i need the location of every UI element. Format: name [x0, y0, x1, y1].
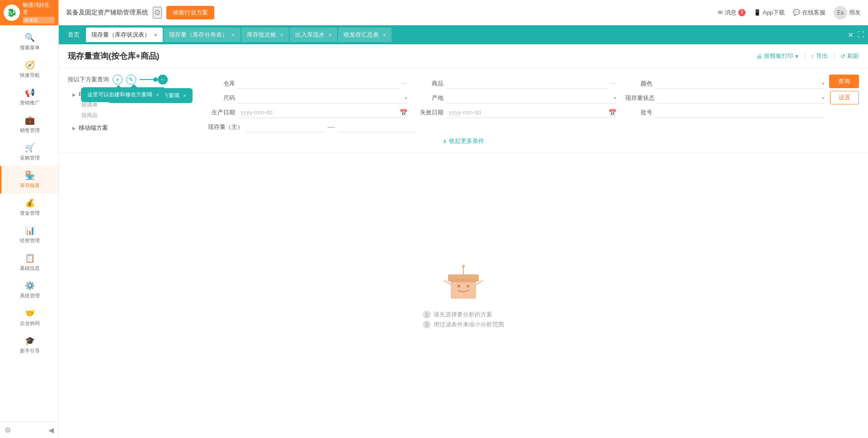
batch-no-input[interactable] [655, 107, 825, 118]
scheme-pc-child2[interactable]: 按商品 [81, 110, 203, 121]
export-btn[interactable]: ↑ 导出 [811, 52, 828, 60]
sidebar-item-label: 快速导航 [20, 72, 40, 79]
color-select[interactable] [655, 78, 825, 89]
collapse-sidebar-btn[interactable]: ◀ [48, 426, 54, 434]
filter-left-col: 按以下方案查询 + 电脑方案可设为移动方案哦 × ✎ [68, 75, 203, 133]
sidebar-item-label: 营销推广 [20, 99, 40, 106]
sidebar-item-sales[interactable]: 💼 销售管理 [0, 111, 58, 138]
print-btn[interactable]: 🖨 按模板打印 ▾ [756, 52, 798, 60]
expand-tab-btn[interactable]: ⛶ [857, 31, 864, 39]
chevron-down-icon: ▾ [822, 80, 825, 87]
settings-footer-btn[interactable]: ⚙ [5, 426, 11, 434]
exp-date-label: 失效日期 [416, 108, 443, 117]
sidebar-item-enterprise[interactable]: 🤝 企业协同 [0, 304, 58, 331]
chevron-down-icon: ▾ [405, 95, 407, 101]
topbar-app-download[interactable]: 📱 App下载 [754, 9, 785, 17]
batch-no-input-wrap [655, 107, 825, 118]
add-tooltip-close-btn[interactable]: × [183, 93, 186, 99]
back-btn[interactable]: ← [158, 75, 168, 85]
size-select[interactable] [238, 93, 407, 104]
size-input-wrap: ▾ [238, 93, 407, 104]
tab-label: 收发存汇总表 [344, 31, 379, 39]
message-badge: 9 [738, 9, 745, 16]
tab-label: 现存量（库存分布表） [169, 31, 228, 39]
sidebar-item-label: 库存核算 [20, 182, 40, 189]
sidebar-item-operation[interactable]: 📊 经营管理 [0, 221, 58, 249]
exp-date-input-wrap: 📅 [446, 107, 616, 118]
tab-inout[interactable]: 出入库流水 ✕ [290, 28, 337, 42]
sidebar-item-newbie[interactable]: 🎓 新手引导 [0, 331, 58, 359]
page-header-actions: 🖨 按模板打印 ▾ | ↑ 导出 | ↺ 刷新 [756, 52, 859, 60]
tab-close-btn[interactable]: ✕ [328, 33, 332, 38]
system-icon: ⚙️ [25, 281, 35, 291]
tab-summary[interactable]: 收发存汇总表 ✕ [338, 28, 392, 42]
prod-date-input-wrap: 📅 [238, 107, 407, 118]
filter-stock-status: 现存量状态 ▾ [625, 93, 825, 104]
stock-status-label: 现存量状态 [625, 94, 655, 102]
tab-batch[interactable]: 库存批次账 ✕ [241, 28, 289, 42]
prod-date-input[interactable] [238, 107, 407, 118]
tab-close-btn[interactable]: ✕ [280, 33, 283, 38]
message-icon: ✉ [718, 9, 723, 16]
edit-tooltip-close-btn[interactable]: × [156, 92, 159, 98]
sidebar-item-label: 新手引导 [20, 348, 40, 354]
svg-point-6 [462, 265, 465, 268]
goods-dots-btn[interactable]: ··· [610, 80, 616, 88]
reset-btn[interactable]: 设置 [830, 91, 859, 104]
topbar: 装备及固定资产辅助管理系统 ⚙ 体验行业方案 ✉ 消息 9 📱 App下载 💬 … [59, 0, 868, 25]
warehouse-dots-btn[interactable]: ··· [401, 80, 407, 88]
filter-fields-and-actions: 仓库 ··· 商品 [208, 75, 859, 132]
support-icon: 💬 [793, 9, 800, 16]
topbar-settings-btn[interactable]: ⚙ [153, 7, 162, 19]
experience-btn[interactable]: 体验行业方案 [166, 6, 214, 19]
topbar-messages[interactable]: ✉ 消息 9 [718, 9, 745, 17]
sidebar-item-basic[interactable]: 📋 基础信息 [0, 249, 58, 276]
tabs-bar-end: ✕ ⛶ [848, 31, 864, 39]
sidebar-item-finance[interactable]: 💰 资金管理 [0, 193, 58, 221]
origin-select[interactable] [446, 93, 616, 104]
tab-home[interactable]: 首页 [62, 28, 85, 42]
stock-main-from[interactable] [246, 122, 325, 132]
tab-inventory-status[interactable]: 现存量（库存状况表） ✕ [86, 28, 163, 42]
sales-icon: 💼 [25, 115, 35, 125]
warehouse-input[interactable] [238, 78, 400, 89]
filter-collapse-btn[interactable]: ∧ 收起更多条件 [68, 133, 859, 149]
filter-actions: 查询 设置 [829, 75, 859, 104]
phone-icon: 📱 [754, 9, 761, 16]
sidebar-item-search[interactable]: 🔍 搜索菜单 [0, 28, 58, 56]
filter-prod-date: 生产日期 📅 [208, 107, 407, 118]
connector: ← [140, 75, 168, 85]
stock-status-select[interactable] [657, 93, 825, 104]
tab-close-btn[interactable]: ✕ [154, 33, 157, 38]
main-area: 装备及固定资产辅助管理系统 ⚙ 体验行业方案 ✉ 消息 9 📱 App下载 💬 … [59, 0, 868, 438]
tab-label: 库存批次账 [247, 31, 276, 39]
search-btn[interactable]: 查询 [829, 75, 859, 88]
support-label: 在线客服 [802, 9, 826, 17]
stock-main-to[interactable] [338, 122, 417, 132]
scheme-mobile[interactable]: ▶ 移动端方案 [72, 122, 203, 133]
page-header: 现存量查询(按仓库+商品) 🖨 按模板打印 ▾ | ↑ 导出 | ↺ 刷新 [59, 44, 868, 68]
exp-date-input[interactable] [446, 107, 616, 118]
sidebar-item-quick-nav[interactable]: 🧭 快速导航 [0, 56, 58, 83]
topbar-user[interactable]: Ea 用友 [834, 6, 861, 19]
sidebar-item-marketing[interactable]: 📢 营销推广 [0, 83, 58, 111]
prod-date-calendar-icon[interactable]: 📅 [400, 109, 407, 116]
filter-origin: 产地 ▾ [416, 93, 616, 104]
export-icon: ↑ [811, 53, 814, 60]
goods-input[interactable] [446, 78, 608, 89]
sidebar-item-inventory[interactable]: 🏪 库存核算 [0, 166, 58, 193]
refresh-btn[interactable]: ↺ 刷新 [840, 52, 859, 60]
sidebar-item-system[interactable]: ⚙️ 系统管理 [0, 276, 58, 304]
tab-inventory-dist[interactable]: 现存量（库存分布表） ✕ [164, 28, 241, 42]
operation-icon: 📊 [25, 226, 35, 235]
sidebar-item-purchase[interactable]: 🛒 采购管理 [0, 138, 58, 166]
tab-close-btn[interactable]: ✕ [382, 33, 386, 38]
tab-close-btn[interactable]: ✕ [231, 33, 235, 38]
purchase-icon: 🛒 [25, 143, 35, 153]
filter-main-row: 按以下方案查询 + 电脑方案可设为移动方案哦 × ✎ [68, 75, 859, 133]
logo-badge: 标准版 [23, 17, 55, 24]
topbar-online-support[interactable]: 💬 在线客服 [793, 9, 826, 17]
exp-date-calendar-icon[interactable]: 📅 [609, 109, 616, 116]
basic-icon: 📋 [25, 253, 35, 263]
close-all-tabs-btn[interactable]: ✕ [848, 31, 854, 39]
